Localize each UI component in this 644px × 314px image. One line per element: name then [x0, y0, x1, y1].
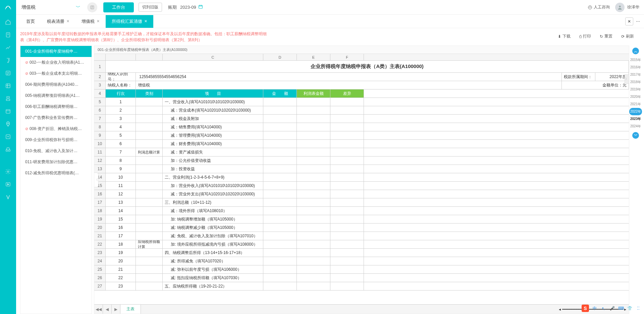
cell[interactable] [297, 198, 330, 206]
cell[interactable] [297, 207, 330, 215]
year-button[interactable]: 2018年 [629, 78, 642, 86]
ime-keyboard-icon[interactable]: ⌨ [618, 305, 624, 311]
cell[interactable]: 17 [106, 232, 136, 240]
tab-0[interactable]: 首页 [20, 15, 41, 28]
cell[interactable]: 5 [106, 131, 136, 139]
tab-close-icon[interactable]: ✕ [144, 19, 147, 23]
ime-mic-icon[interactable]: 🎤 [609, 305, 615, 311]
cell[interactable] [263, 274, 297, 282]
cell[interactable] [330, 207, 364, 215]
cell[interactable]: 加：公允价值变动收益 [163, 156, 263, 165]
ime-tools-icon[interactable]: ⁚⁚ [635, 305, 641, 311]
cell[interactable]: 6 [106, 140, 136, 148]
print-button[interactable]: ⎙ 打印 [579, 34, 591, 39]
cell[interactable]: 项 目 [163, 89, 263, 98]
cell[interactable]: 三、利润总额（10+11-12) [163, 198, 263, 206]
cell[interactable]: 加: 境外应税所得抵减境内亏损（填写A108000） [163, 240, 263, 248]
tab-close-icon[interactable]: ✕ [66, 19, 69, 23]
nav-tax-icon[interactable] [5, 121, 11, 127]
year-button[interactable]: 2024年 [629, 123, 642, 130]
cell[interactable]: 纳税人识别号： [106, 73, 136, 81]
cell[interactable] [263, 156, 297, 165]
cell[interactable] [297, 224, 330, 232]
cell[interactable]: 9 [106, 165, 136, 173]
cell[interactable] [263, 190, 297, 198]
cell[interactable] [297, 123, 330, 131]
taxpayer-name[interactable]: 增值税 [136, 81, 562, 89]
cell[interactable] [263, 215, 297, 223]
cell[interactable]: 减：营业外支出(填写A102010\102020\103000) [163, 190, 263, 198]
cell[interactable] [330, 123, 364, 131]
cell[interactable] [330, 190, 364, 198]
cell[interactable] [330, 182, 364, 190]
cell[interactable] [330, 265, 364, 273]
cell[interactable] [330, 257, 364, 265]
cell[interactable] [263, 123, 297, 131]
cell[interactable] [330, 232, 364, 240]
cell[interactable]: 减: 纳税调整减少额（填写A105000） [163, 224, 263, 232]
tab-1[interactable]: 税表清册✕ [41, 15, 75, 28]
cell[interactable]: 类别 [136, 89, 163, 98]
menu-circle-button[interactable] [87, 2, 97, 12]
cell[interactable]: 14 [106, 207, 136, 215]
cell[interactable] [297, 148, 330, 156]
cell[interactable] [297, 265, 330, 273]
nav-doc-icon[interactable] [5, 32, 11, 38]
cell[interactable] [330, 215, 364, 223]
cell[interactable] [330, 165, 364, 173]
reset-button[interactable]: ↻ 重置 [600, 34, 612, 39]
year-button[interactable]: 2021年 [629, 101, 642, 108]
cell[interactable] [263, 148, 297, 156]
cell[interactable]: 2022年度 [595, 73, 629, 81]
cell[interactable] [297, 131, 330, 139]
year-scroll-down-icon[interactable]: ︾ [632, 132, 639, 139]
cell[interactable]: 减: 免税、减计收入及加计扣除（填写A107010） [163, 232, 263, 240]
cell[interactable] [297, 156, 330, 165]
sheet-tab[interactable]: 主表 [120, 305, 141, 314]
nav-home-icon[interactable] [5, 19, 11, 25]
cell[interactable]: 行次 [106, 89, 136, 98]
tree-item[interactable]: 005-纳税调整项目明细表(A1… [20, 90, 92, 101]
cell[interactable] [263, 115, 297, 123]
cell[interactable] [330, 249, 364, 257]
tab-3[interactable]: 所得税汇算清缴✕ [106, 15, 153, 28]
taxpayer-id[interactable]: 125545855554554656254 [136, 73, 562, 81]
period-value[interactable]: 2023-09 [180, 5, 196, 10]
cell[interactable]: 3 [106, 115, 136, 123]
nav-list-icon[interactable] [5, 70, 11, 76]
cell[interactable]: 减: 所得减免（填写A107020） [163, 257, 263, 265]
cell[interactable] [330, 173, 364, 181]
year-button[interactable]: 2019年 [629, 86, 642, 93]
cell[interactable]: 18 [106, 240, 136, 248]
ime-skin-icon[interactable]: 👕 [627, 305, 633, 311]
cell[interactable]: 税款所属期间： [562, 73, 595, 81]
cell[interactable]: 减：营业成本(填写A102010\102020\103000) [163, 106, 263, 114]
cell[interactable] [330, 98, 364, 106]
nav-money-icon[interactable] [5, 57, 11, 64]
cell[interactable]: 减: 弥补以前年度亏损（填写A106000） [163, 265, 263, 273]
cell[interactable] [297, 249, 330, 257]
cell[interactable]: 4 [106, 123, 136, 131]
cell[interactable] [297, 98, 330, 106]
cell[interactable] [330, 240, 364, 248]
calendar-icon[interactable] [198, 4, 203, 10]
tree-item[interactable]: 009-企业所得税弥补亏损明… [20, 134, 92, 145]
cell[interactable] [297, 232, 330, 240]
cell[interactable] [297, 282, 330, 290]
cell[interactable]: 加: 纳税调整增加额（填写A105000） [163, 215, 263, 223]
cell[interactable] [263, 106, 297, 114]
nav-video-icon[interactable] [5, 181, 11, 188]
tree-item[interactable]: ⊘002-一般企业收入明细表(A1… [20, 57, 92, 68]
nav-archive-icon[interactable] [5, 133, 11, 140]
cell[interactable] [263, 140, 297, 148]
year-button[interactable]: 2017年 [629, 71, 642, 78]
cell[interactable] [263, 131, 297, 139]
year-button[interactable]: 2015年 [629, 56, 642, 64]
tree-item[interactable]: 010-免税、减计收入及加计… [20, 145, 92, 156]
sheet-nav-prev[interactable]: ◀ [103, 305, 112, 314]
cell[interactable] [330, 106, 364, 114]
cell[interactable] [330, 140, 364, 148]
tree-item[interactable]: 011-研发费用加计扣除优惠… [20, 156, 92, 168]
cell[interactable]: 金 额 [263, 89, 297, 98]
tab-more-icon[interactable]: ⋯ [636, 19, 640, 24]
